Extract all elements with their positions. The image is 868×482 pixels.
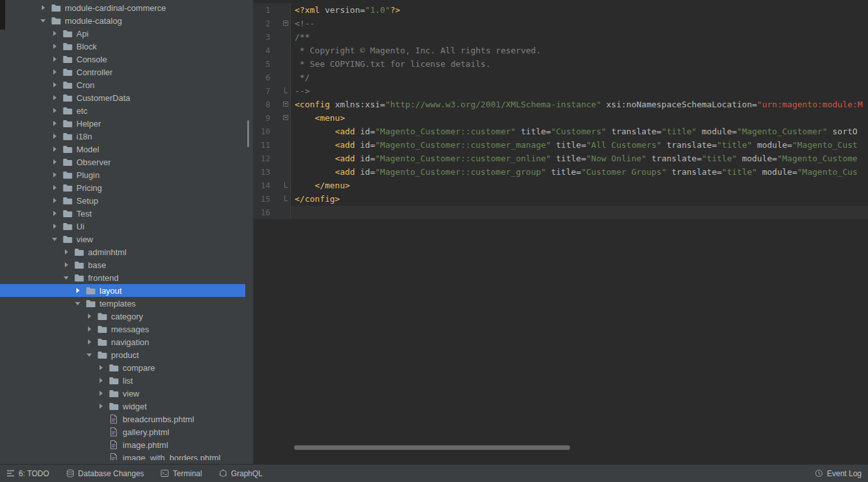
code-text[interactable]: <add id="Magento_Customer::customer_grou… — [291, 165, 868, 179]
code-text[interactable]: /** — [291, 30, 868, 44]
tree-item-compare[interactable]: compare — [0, 361, 245, 374]
code-text[interactable]: <add id="Magento_Customer::customer" tit… — [291, 125, 868, 138]
fold-marker-icon[interactable] — [283, 21, 288, 26]
chevron-right-icon[interactable] — [82, 324, 97, 334]
gutter[interactable]: 9 — [254, 111, 291, 125]
tree-item-image-phtml[interactable]: image.phtml — [0, 438, 245, 451]
code-line-11[interactable]: 11 <add id="Magento_Customer::customer_m… — [254, 138, 868, 152]
chevron-right-icon[interactable] — [93, 388, 108, 398]
fold-marker-icon[interactable] — [284, 87, 288, 93]
tree-item-model[interactable]: Model — [0, 143, 245, 156]
code-text[interactable]: * Copyright © Magento, Inc. All rights r… — [291, 44, 868, 57]
gutter[interactable]: 8 — [254, 98, 291, 111]
tree-item-ui[interactable]: Ui — [0, 220, 245, 233]
chevron-down-icon[interactable] — [58, 272, 74, 283]
code-text[interactable]: */ — [291, 71, 868, 84]
chevron-right-icon[interactable] — [47, 28, 62, 39]
gutter[interactable]: 14 — [254, 179, 291, 192]
tree-item-block[interactable]: Block — [0, 40, 245, 53]
chevron-right-icon[interactable] — [47, 118, 62, 129]
chevron-right-icon[interactable] — [47, 195, 62, 206]
tree-item-product[interactable]: product — [0, 348, 245, 361]
code-line-13[interactable]: 13 <add id="Magento_Customer::customer_g… — [254, 165, 868, 179]
gutter[interactable]: 6 — [254, 71, 291, 84]
statusbar-item-event-log[interactable]: Event Log — [815, 469, 862, 478]
tree-item-pricing[interactable]: Pricing — [0, 181, 245, 194]
code-text[interactable]: --> — [291, 84, 868, 98]
gutter[interactable]: 15 — [254, 192, 291, 206]
tree-item-image-with-borders-phtml[interactable]: image_with_borders.phtml — [0, 451, 245, 460]
chevron-right-icon[interactable] — [47, 157, 62, 167]
tree-item-etc[interactable]: etc — [0, 104, 245, 117]
code-line-14[interactable]: 14 </menu> — [254, 179, 868, 192]
editor-horizontal-scrollbar[interactable] — [294, 445, 570, 450]
chevron-down-icon[interactable] — [82, 350, 97, 360]
gutter[interactable]: 7 — [254, 84, 291, 98]
tree-item-widget[interactable]: widget — [0, 400, 245, 413]
code-text[interactable]: * See COPYING.txt for license details. — [291, 57, 868, 71]
tree-item-module-cardinal-commerce[interactable]: module-cardinal-commerce — [0, 1, 245, 14]
code-line-10[interactable]: 10 <add id="Magento_Customer::customer" … — [254, 125, 868, 138]
statusbar-item-graphql[interactable]: GraphQL — [219, 469, 263, 478]
gutter[interactable]: 13 — [254, 165, 291, 179]
chevron-down-icon[interactable] — [35, 15, 51, 26]
gutter[interactable]: 2 — [254, 17, 291, 30]
tree-item-templates[interactable]: templates — [0, 297, 245, 310]
code-line-12[interactable]: 12 <add id="Magento_Customer::customer_o… — [254, 152, 868, 165]
chevron-right-icon[interactable] — [47, 41, 62, 51]
code-line-15[interactable]: 15</config> — [254, 192, 868, 206]
tree-item-cron[interactable]: Cron — [0, 78, 245, 91]
fold-marker-icon[interactable] — [284, 182, 288, 188]
chevron-right-icon[interactable] — [47, 131, 62, 141]
chevron-right-icon[interactable] — [93, 362, 108, 373]
chevron-right-icon[interactable] — [47, 221, 62, 231]
fold-marker-icon[interactable] — [283, 115, 288, 120]
code-line-6[interactable]: 6 */ — [254, 71, 868, 84]
chevron-right-icon[interactable] — [35, 3, 51, 13]
chevron-right-icon[interactable] — [47, 144, 62, 154]
tree-item-view[interactable]: view — [0, 233, 245, 245]
code-line-16[interactable]: 16 — [254, 206, 868, 219]
code-line-9[interactable]: 9 <menu> — [254, 111, 868, 125]
tree-item-navigation[interactable]: navigation — [0, 335, 245, 348]
chevron-right-icon[interactable] — [70, 285, 85, 296]
tree-item-layout[interactable]: layout — [0, 284, 245, 297]
tree-item-frontend[interactable]: frontend — [0, 271, 245, 284]
code-line-4[interactable]: 4 * Copyright © Magento, Inc. All rights… — [254, 44, 868, 57]
tree-item-helper[interactable]: Helper — [0, 117, 245, 130]
chevron-right-icon[interactable] — [82, 337, 97, 347]
chevron-right-icon[interactable] — [47, 80, 62, 90]
tree-item-i18n[interactable]: i18n — [0, 130, 245, 143]
tree-item-customerdata[interactable]: CustomerData — [0, 91, 245, 104]
code-text[interactable]: </menu> — [291, 179, 868, 192]
code-line-5[interactable]: 5 * See COPYING.txt for license details. — [254, 57, 868, 71]
code-line-7[interactable]: 7--> — [254, 84, 868, 98]
gutter[interactable]: 12 — [254, 152, 291, 165]
code-text[interactable]: <?xml version="1.0"?> — [291, 3, 868, 17]
code-text[interactable]: <!-- — [291, 17, 868, 30]
statusbar-item-terminal[interactable]: Terminal — [161, 469, 202, 478]
gutter[interactable]: 11 — [254, 138, 291, 152]
tree-item-setup[interactable]: Setup — [0, 194, 245, 207]
chevron-right-icon[interactable] — [47, 170, 62, 180]
code-text[interactable]: <add id="Magento_Customer::customer_mana… — [291, 138, 868, 152]
tree-item-observer[interactable]: Observer — [0, 156, 245, 168]
tree-item-view[interactable]: view — [0, 387, 245, 400]
tree-item-module-catalog[interactable]: module-catalog — [0, 14, 245, 27]
gutter[interactable]: 10 — [254, 125, 291, 138]
chevron-right-icon[interactable] — [47, 183, 62, 193]
fold-marker-icon[interactable] — [284, 195, 288, 201]
tree-item-messages[interactable]: messages — [0, 323, 245, 335]
tree-item-gallery-phtml[interactable]: gallery.phtml — [0, 425, 245, 438]
gutter[interactable]: 4 — [254, 44, 291, 57]
chevron-right-icon[interactable] — [47, 208, 62, 219]
gutter[interactable]: 3 — [254, 30, 291, 44]
code-text[interactable] — [291, 206, 868, 219]
code-text[interactable]: <config xmlns:xsi="http://www.w3.org/200… — [291, 98, 868, 111]
chevron-right-icon[interactable] — [47, 93, 62, 103]
chevron-right-icon[interactable] — [47, 54, 62, 64]
chevron-right-icon[interactable] — [82, 311, 97, 321]
tree-item-api[interactable]: Api — [0, 27, 245, 40]
chevron-right-icon[interactable] — [93, 401, 108, 411]
fold-marker-icon[interactable] — [283, 102, 288, 107]
